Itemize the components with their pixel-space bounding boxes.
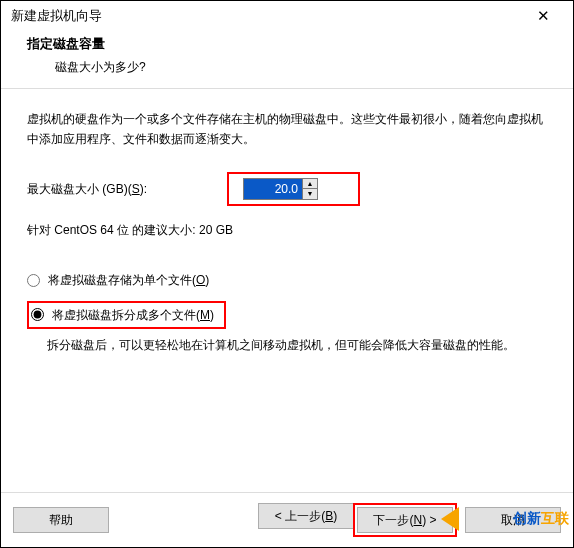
radio-single-file[interactable]: 将虚拟磁盘存储为单个文件(O) — [27, 270, 547, 290]
disk-size-label-suffix: ): — [140, 182, 147, 196]
disk-size-spinbox: ▲ ▼ — [243, 178, 318, 200]
split-description: 拆分磁盘后，可以更轻松地在计算机之间移动虚拟机，但可能会降低大容量磁盘的性能。 — [27, 335, 547, 355]
close-icon[interactable]: ✕ — [523, 7, 563, 25]
radio-split-files[interactable]: 将虚拟磁盘拆分成多个文件(M) — [31, 305, 214, 325]
radio-split-highlight: 将虚拟磁盘拆分成多个文件(M) — [27, 301, 226, 329]
description-text: 虚拟机的硬盘作为一个或多个文件存储在主机的物理磁盘中。这些文件最初很小，随着您向… — [27, 109, 547, 150]
page-subtitle: 磁盘大小为多少? — [27, 59, 553, 76]
radio-split-highlight-wrap: 将虚拟磁盘拆分成多个文件(M) — [27, 301, 547, 329]
next-button[interactable]: 下一步(N) > — [357, 507, 453, 533]
wizard-content: 虚拟机的硬盘作为一个或多个文件存储在主机的物理磁盘中。这些文件最初很小，随着您向… — [1, 89, 573, 492]
disk-size-input[interactable] — [244, 179, 302, 199]
disk-size-mnemonic: S — [132, 182, 140, 196]
back-button[interactable]: < 上一步(B) — [258, 503, 354, 529]
wizard-header: 指定磁盘容量 磁盘大小为多少? — [1, 27, 573, 89]
spin-up-icon[interactable]: ▲ — [303, 179, 317, 189]
disk-size-label: 最大磁盘大小 (GB)(S): — [27, 179, 227, 199]
disk-size-row: 最大磁盘大小 (GB)(S): ▲ ▼ — [27, 172, 547, 206]
radio-single-file-label: 将虚拟磁盘存储为单个文件(O) — [48, 270, 209, 290]
disk-size-highlight: ▲ ▼ — [227, 172, 360, 206]
cancel-button-wrap: 取消 创新互联 — [465, 507, 561, 533]
title-bar: 新建虚拟机向导 ✕ — [1, 1, 573, 27]
radio-split-files-input[interactable] — [31, 308, 44, 321]
radio-split-files-label: 将虚拟磁盘拆分成多个文件(M) — [52, 305, 214, 325]
disk-size-label-prefix: 最大磁盘大小 (GB)( — [27, 182, 132, 196]
cancel-button[interactable]: 取消 — [465, 507, 561, 533]
recommended-size-text: 针对 CentOS 64 位 的建议大小: 20 GB — [27, 220, 547, 240]
wizard-window: 新建虚拟机向导 ✕ 指定磁盘容量 磁盘大小为多少? 虚拟机的硬盘作为一个或多个文… — [0, 0, 574, 548]
window-title: 新建虚拟机向导 — [11, 7, 102, 25]
spin-down-icon[interactable]: ▼ — [303, 189, 317, 199]
radio-single-file-input[interactable] — [27, 274, 40, 287]
spin-buttons: ▲ ▼ — [302, 179, 317, 199]
help-button[interactable]: 帮助 — [13, 507, 109, 533]
nav-button-group: < 上一步(B) 下一步(N) > — [258, 503, 457, 537]
next-button-highlight: 下一步(N) > — [353, 503, 457, 537]
page-title: 指定磁盘容量 — [27, 35, 553, 53]
wizard-footer: 帮助 < 上一步(B) 下一步(N) > 取消 创新互联 — [1, 492, 573, 547]
